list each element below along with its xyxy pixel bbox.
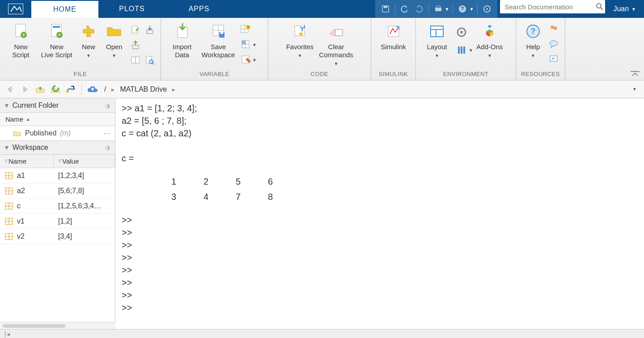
print-dropdown-icon[interactable]: ▼ — [445, 7, 449, 12]
collapse-icon[interactable]: ▼ — [4, 144, 10, 151]
learn-icon[interactable] — [547, 53, 560, 65]
up-folder-icon[interactable] — [34, 83, 47, 96]
new-script-button[interactable]: + New Script — [4, 21, 37, 59]
workspace-row[interactable]: a1[1,2;3,4] — [0, 168, 115, 183]
svg-rect-52 — [463, 46, 465, 54]
request-support-icon[interactable] — [547, 38, 560, 50]
search-input[interactable] — [500, 3, 594, 11]
new-live-script-button[interactable]: + New Live Script — [37, 21, 76, 59]
upload-icon[interactable] — [129, 38, 142, 51]
horizontal-scrollbar[interactable] — [0, 322, 115, 329]
tab-apps[interactable]: APPS — [165, 0, 233, 18]
favorites-icon — [292, 21, 308, 41]
save-icon[interactable] — [380, 3, 391, 15]
collapse-icon[interactable]: ▼ — [4, 102, 10, 109]
cmd-line: a2 = [5, 6 ; 7, 8]; — [122, 114, 638, 127]
cmd-prompt: >> — [122, 276, 638, 289]
workspace-header: ▼ Workspace ◑ — [0, 140, 115, 155]
svg-point-60 — [66, 90, 69, 93]
parallel-icon[interactable] — [455, 44, 468, 56]
redo-icon[interactable] — [413, 3, 425, 15]
chevron-down-icon[interactable]: ▼ — [252, 58, 257, 63]
rewind-icon[interactable]: ∣◂ — [4, 330, 10, 338]
cmd-prompt: >> — [122, 289, 638, 301]
cmd-prompt: >> — [122, 226, 638, 239]
collapse-ribbon-icon[interactable] — [631, 71, 640, 77]
breadcrumb-drive[interactable]: MATLAB Drive — [117, 85, 169, 93]
reload-icon[interactable] — [49, 83, 62, 96]
svg-rect-44 — [388, 26, 399, 37]
open-variable-icon[interactable] — [240, 38, 252, 51]
cmd-line: c = cat (2, a1, a2) — [122, 127, 638, 139]
pane-options-icon[interactable]: ◑ — [103, 102, 111, 109]
clear-workspace-icon[interactable] — [240, 54, 252, 66]
svg-point-49 — [460, 31, 463, 34]
compare-icon[interactable] — [129, 54, 142, 66]
browse-icon[interactable] — [64, 83, 77, 96]
search-box[interactable] — [500, 0, 605, 13]
variable-icon — [4, 217, 13, 225]
svg-rect-50 — [458, 46, 460, 54]
preferences-icon[interactable] — [455, 26, 468, 38]
chevron-right-icon[interactable]: ▸ — [111, 86, 114, 93]
svg-rect-21 — [136, 57, 140, 63]
user-menu[interactable]: Juan▼ — [605, 0, 644, 18]
tab-plots[interactable]: PLOTS — [98, 0, 165, 18]
svg-rect-45 — [431, 26, 443, 37]
download-icon[interactable] — [144, 23, 156, 36]
pane-options-icon[interactable]: ◑ — [103, 144, 111, 151]
back-icon[interactable] — [4, 83, 16, 96]
svg-rect-59 — [631, 71, 640, 72]
save-workspace-icon — [210, 21, 226, 41]
chevron-down-icon: ▼ — [298, 53, 302, 58]
workspace-row[interactable]: v2[3,4] — [0, 229, 115, 244]
workspace-row[interactable]: c[1,2,5,6;3,4… — [0, 199, 115, 214]
cloud-icon[interactable] — [86, 83, 99, 96]
new-live-script-icon: + — [49, 21, 65, 41]
ribbon-group-resources: RESOURCES — [516, 70, 565, 80]
help-dropdown-icon[interactable]: ▼ — [469, 7, 474, 12]
community-icon[interactable] — [547, 22, 560, 35]
open-folder-icon — [106, 21, 123, 41]
help-icon[interactable]: ? — [457, 3, 468, 15]
open-button[interactable]: Open▼ — [101, 21, 127, 60]
more-icon[interactable]: ⋯ — [103, 129, 110, 138]
import-data-icon — [174, 21, 190, 41]
target-icon[interactable] — [481, 3, 493, 15]
search-files-icon[interactable] — [144, 54, 156, 66]
workspace-row[interactable]: v1[1,2] — [0, 214, 115, 229]
command-window[interactable]: >> a1 = [1, 2; 3, 4]; a2 = [5, 6 ; 7, 8]… — [115, 98, 644, 329]
new-plus-icon — [80, 21, 97, 41]
new-button[interactable]: New▼ — [76, 21, 101, 60]
chevron-down-icon: ▼ — [531, 53, 535, 58]
addons-button[interactable]: Add-Ons▼ — [473, 21, 506, 60]
svg-text:?: ? — [461, 6, 464, 12]
clear-commands-button[interactable]: Clear Commands ▼ — [317, 21, 356, 68]
tab-home[interactable]: HOME — [31, 0, 98, 18]
import-data-button[interactable]: Import Data — [165, 21, 199, 59]
simulink-button[interactable]: Simulink — [377, 21, 410, 51]
layout-button[interactable]: Layout▼ — [420, 21, 453, 60]
cmd-prompt: >> — [122, 301, 638, 314]
svg-rect-19 — [132, 45, 139, 49]
chevron-down-icon: ▼ — [334, 61, 339, 66]
svg-rect-20 — [131, 57, 136, 63]
save-workspace-button[interactable]: Save Workspace — [199, 21, 238, 59]
find-files-icon[interactable] — [129, 23, 142, 36]
workspace-row[interactable]: a2[5,6;7,8] — [0, 183, 115, 199]
chevron-down-icon: ▼ — [435, 53, 439, 58]
favorites-button[interactable]: Favorites▼ — [284, 21, 317, 60]
chevron-down-icon[interactable]: ▼ — [252, 42, 257, 47]
forward-icon[interactable] — [19, 83, 31, 96]
undo-icon[interactable] — [399, 3, 411, 15]
chevron-right-icon[interactable]: ▸ — [172, 86, 175, 93]
path-dropdown-icon[interactable]: ▼ — [629, 87, 640, 92]
search-icon[interactable] — [594, 3, 605, 11]
folder-columns-header[interactable]: Name ▲ — [0, 113, 115, 126]
chevron-down-icon: ▼ — [487, 53, 492, 58]
help-button[interactable]: ? Help▼ — [521, 21, 546, 60]
folder-item[interactable]: Published (m) ⋯ — [0, 126, 115, 140]
new-variable-icon[interactable]: + — [240, 23, 252, 36]
chevron-down-icon[interactable]: ▼ — [469, 48, 473, 53]
print-icon[interactable] — [432, 3, 444, 15]
